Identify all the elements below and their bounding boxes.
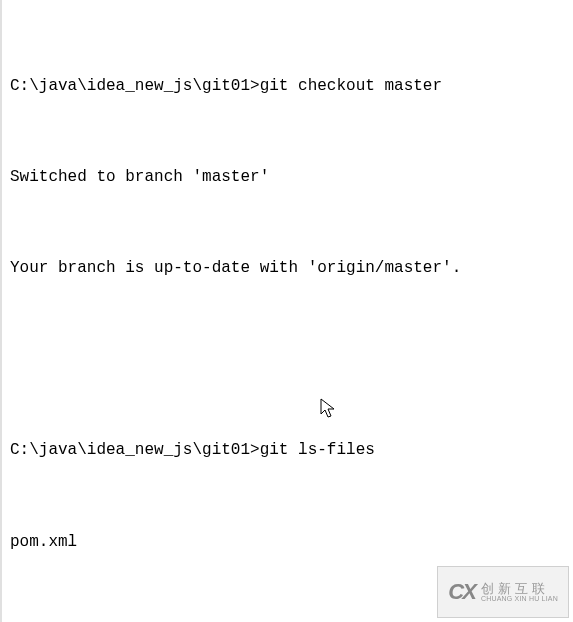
output-line: Switched to branch 'master' xyxy=(10,162,565,192)
blank-line xyxy=(10,344,565,374)
command-line: C:\java\idea_new_js\git01>git ls-files xyxy=(10,435,565,465)
command-text: git checkout master xyxy=(260,77,442,95)
prompt: C:\java\idea_new_js\git01> xyxy=(10,77,260,95)
watermark-logo-icon: CX xyxy=(448,571,475,613)
command-text: git ls-files xyxy=(260,441,375,459)
output-line: src/main/java/com/shsxt/po/User.java xyxy=(10,618,565,622)
watermark-text: 创新互联 CHUANG XIN HU LIAN xyxy=(481,582,558,603)
terminal-output[interactable]: C:\java\idea_new_js\git01>git checkout m… xyxy=(10,10,565,622)
prompt: C:\java\idea_new_js\git01> xyxy=(10,441,260,459)
watermark-zh: 创新互联 xyxy=(481,582,558,596)
watermark-en: CHUANG XIN HU LIAN xyxy=(481,595,558,602)
watermark: CX 创新互联 CHUANG XIN HU LIAN xyxy=(437,566,569,618)
output-line: pom.xml xyxy=(10,527,565,557)
command-line: C:\java\idea_new_js\git01>git checkout m… xyxy=(10,71,565,101)
output-line: Your branch is up-to-date with 'origin/m… xyxy=(10,253,565,283)
